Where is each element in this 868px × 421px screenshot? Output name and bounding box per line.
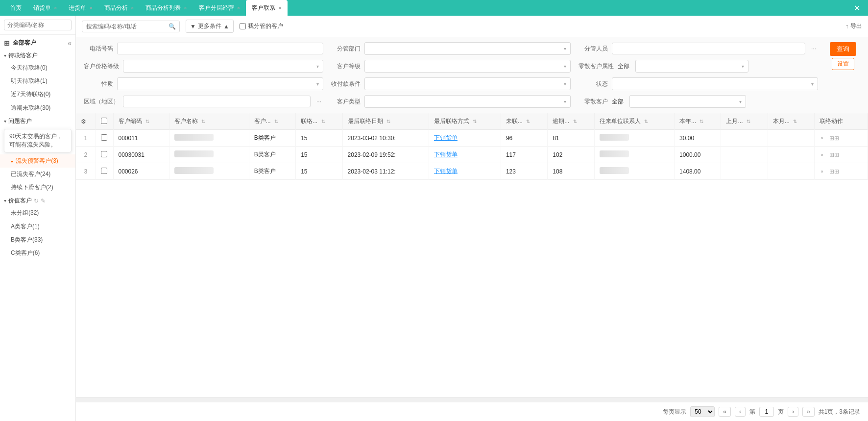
last-page-button[interactable]: » [802, 407, 815, 417]
sidebar-item-overdue-contact[interactable]: 逾期未联络(30) [0, 101, 75, 115]
sort-icon-type[interactable]: ⇅ [274, 119, 278, 124]
sidebar-item-churn-warning[interactable]: ● 流失预警客户(3) [0, 154, 75, 168]
chevron-down-icon-status: ▾ [811, 81, 814, 87]
export-button[interactable]: ↑ 导出 [845, 22, 862, 30]
row-checkbox[interactable] [101, 168, 107, 174]
tab-customer-tier[interactable]: 客户分层经营 × [193, 0, 246, 16]
filter-person-dots[interactable]: ··· [809, 45, 818, 52]
active-dot-icon: ● [11, 159, 13, 164]
refresh-icon[interactable]: ↻ [34, 198, 39, 204]
tab-close-customer-contact[interactable]: × [278, 5, 281, 11]
sort-icon-name[interactable]: ⇅ [201, 119, 205, 124]
action-more-icon[interactable]: ⊞⊞ [829, 151, 839, 158]
sidebar-root-header[interactable]: ⊞ 全部客户 « [0, 35, 75, 49]
last-method-link[interactable]: 下销货单 [434, 134, 458, 141]
setting-button[interactable]: 设置 [832, 58, 854, 70]
select-all-checkbox[interactable] [101, 118, 107, 124]
filter-payment-select[interactable]: ▾ [364, 77, 571, 90]
col-this-month: 本月... ⇅ [768, 113, 814, 130]
sidebar-collapse-icon[interactable]: « [68, 39, 72, 47]
filter-region-dots[interactable]: ··· [314, 98, 323, 105]
col-settings[interactable]: ⚙ [76, 113, 96, 130]
tab-home[interactable]: 首页 [4, 0, 27, 16]
last-method-link[interactable]: 下销货单 [434, 168, 458, 174]
filter-phone-input[interactable] [117, 43, 323, 54]
row-checkbox[interactable] [101, 134, 107, 141]
tab-close-purchase[interactable]: × [89, 5, 92, 11]
sort-icon-last-method[interactable]: ⇅ [473, 119, 477, 124]
cell-uncontacted: 117 [501, 147, 547, 163]
sort-icon-this-month[interactable]: ⇅ [793, 119, 797, 124]
tab-close-analysis-list[interactable]: × [184, 5, 187, 11]
sidebar-group-problem-label: 问题客户 [8, 117, 32, 125]
sidebar-group-pending[interactable]: ▾ 待联络客户 [0, 49, 75, 61]
filter-customer-level-select[interactable]: ▾ [364, 60, 571, 73]
main-search-input[interactable] [82, 21, 180, 32]
next-page-button[interactable]: › [788, 407, 798, 417]
action-more-icon[interactable]: ⊞⊞ [829, 135, 839, 142]
sort-icon-contact[interactable]: ⇅ [321, 119, 325, 124]
sidebar-item-today[interactable]: 今天待联络(0) [0, 61, 75, 74]
filter-region-input[interactable] [123, 96, 311, 107]
sidebar-item-ungrouped[interactable]: 未分组(32) [0, 206, 75, 220]
data-table-area: ⚙ 客户编码 ⇅ 客户名称 ⇅ [76, 113, 868, 397]
sort-icon-code[interactable]: ⇅ [145, 119, 149, 124]
tab-customer-contact[interactable]: 客户联系 × [246, 0, 287, 16]
page-input[interactable] [759, 407, 774, 417]
tab-purchase[interactable]: 进货单 × [63, 0, 98, 16]
filter-price-level: 客户价格等级 ▾ [84, 60, 323, 73]
filter-scatter-attr-select[interactable]: ▾ [635, 60, 748, 73]
tab-close-customer-tier[interactable]: × [237, 5, 240, 11]
filter-person-input[interactable] [612, 43, 805, 54]
filter-nature-select[interactable]: ▾ [117, 77, 323, 90]
prev-page-button[interactable]: ‹ [735, 407, 746, 417]
tab-analysis-list[interactable]: 商品分析列表 × [140, 0, 193, 16]
sidebar-item-class-c[interactable]: C类客户(6) [0, 247, 75, 260]
sidebar-item-class-b[interactable]: B类客户(33) [0, 233, 75, 247]
first-page-button[interactable]: « [719, 407, 731, 417]
total-info: 共1页，3条记录 [819, 408, 860, 416]
filter-person-label: 分管人员 [579, 45, 608, 53]
sidebar-group-problem[interactable]: ▾ 问题客户 [0, 115, 75, 127]
my-customers-checkbox-label[interactable]: 我分管的客户 [240, 22, 283, 30]
horizontal-scrollbar[interactable] [76, 397, 868, 402]
filter-customer-type-select[interactable]: ▾ [364, 95, 571, 108]
last-method-link[interactable]: 下销货单 [434, 151, 458, 158]
sidebar-item-7days[interactable]: 近7天待联络(0) [0, 88, 75, 101]
my-customers-checkbox[interactable] [240, 23, 246, 29]
sort-icon-last-month[interactable]: ⇅ [747, 119, 750, 124]
tab-analysis[interactable]: 商品分析 × [98, 0, 140, 16]
sidebar-item-churned[interactable]: 已流失客户(24) [0, 168, 75, 181]
tab-close-sales[interactable]: × [54, 5, 57, 11]
filter-price-level-select[interactable]: ▾ [123, 60, 323, 73]
sort-icon-person[interactable]: ⇅ [644, 119, 648, 124]
action-link-icon[interactable]: ⚬ [820, 168, 824, 175]
top-tab-bar: 首页 销货单 × 进货单 × 商品分析 × 商品分析列表 × 客户分层经营 × … [0, 0, 868, 16]
sidebar-group-value[interactable]: ▾ 价值客户 ↻ ✎ [0, 194, 75, 206]
filter-dept-select[interactable]: ▾ [364, 42, 571, 55]
filter-region-label: 区域（地区） [84, 98, 119, 106]
action-link-icon[interactable]: ⚬ [820, 151, 824, 158]
sort-icon-last-date[interactable]: ⇅ [386, 119, 390, 124]
query-button[interactable]: 查询 [830, 42, 856, 56]
cell-contact-person [594, 130, 674, 147]
action-more-icon[interactable]: ⊞⊞ [829, 168, 839, 175]
sidebar-item-class-a[interactable]: A类客户(1) [0, 220, 75, 233]
sort-icon-this-year[interactable]: ⇅ [699, 119, 703, 124]
edit-icon[interactable]: ✎ [41, 198, 46, 204]
window-close-button[interactable]: ✕ [850, 3, 864, 13]
more-conditions-button[interactable]: ▼ 更多条件 ▲ [186, 20, 234, 33]
tab-sales[interactable]: 销货单 × [27, 0, 63, 16]
sidebar-item-declining[interactable]: 持续下滑客户(2) [0, 181, 75, 194]
sidebar-item-tomorrow[interactable]: 明天待联络(1) [0, 74, 75, 88]
filter-status-select[interactable]: ▾ [612, 77, 818, 90]
row-checkbox[interactable] [101, 151, 107, 157]
per-page-select[interactable]: 50 100 [690, 406, 715, 417]
tab-close-analysis[interactable]: × [131, 5, 134, 11]
cell-rownum: 3 [76, 163, 96, 180]
filter-scatter-select[interactable]: ▾ [629, 95, 746, 108]
sort-icon-overdue[interactable]: ⇅ [573, 119, 577, 124]
action-link-icon[interactable]: ⚬ [820, 135, 824, 142]
sort-icon-uncontacted[interactable]: ⇅ [526, 119, 530, 124]
sidebar-search-input[interactable] [4, 20, 72, 30]
